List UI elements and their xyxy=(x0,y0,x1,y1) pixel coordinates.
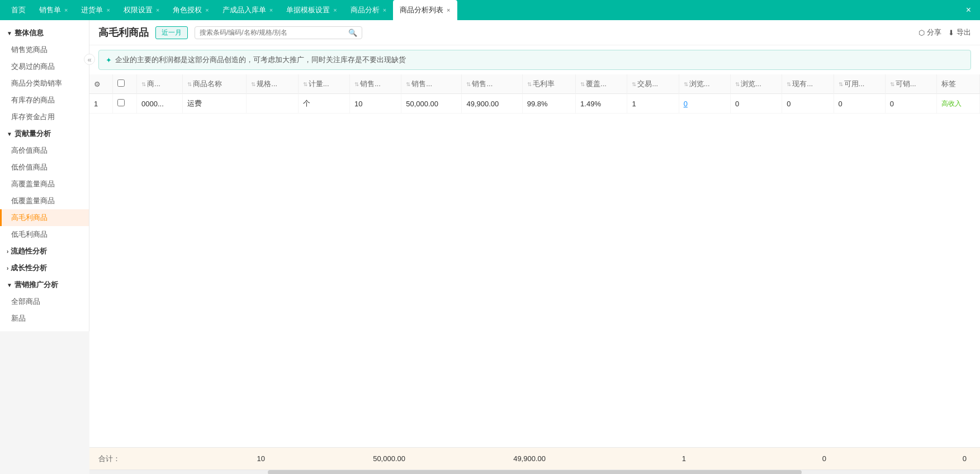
sidebar-item-category-rate[interactable]: 商品分类助销率 xyxy=(0,75,89,92)
expand-icon: ▼ xyxy=(7,282,12,288)
table-container: ⚙ ⇅商... ⇅商品名称 ⇅规格... ⇅计量... ⇅销售... ⇅销售..… xyxy=(89,74,980,447)
nav-product-analysis[interactable]: 商品分析 × xyxy=(344,0,393,20)
header-actions: ⬡ 分享 ⬇ 导出 xyxy=(919,27,971,37)
cell-index: 1 xyxy=(89,94,112,114)
sort-icon: ⇅ xyxy=(839,81,843,87)
close-icon[interactable]: × xyxy=(205,7,209,13)
col-name[interactable]: ⇅商品名称 xyxy=(183,74,247,94)
sidebar-item-traded[interactable]: 交易过的商品 xyxy=(0,58,89,75)
close-icon[interactable]: × xyxy=(269,7,273,13)
nav-purchase[interactable]: 进货单 × xyxy=(74,0,116,20)
col-coverage[interactable]: ⇅覆盖... xyxy=(576,74,627,94)
close-icon[interactable]: × xyxy=(447,7,450,13)
col-spec[interactable]: ⇅规格... xyxy=(247,74,298,94)
col-available[interactable]: ⇅可用... xyxy=(834,74,885,94)
col-sale-amount[interactable]: ⇅销售... xyxy=(401,74,462,94)
nav-role[interactable]: 角色授权 × xyxy=(166,0,215,20)
close-icon[interactable]: × xyxy=(383,7,386,13)
footer-sale-profit: 49,900.00 xyxy=(410,454,550,463)
sort-icon: ⇅ xyxy=(303,81,307,87)
close-icon[interactable]: × xyxy=(64,7,68,13)
cell-trade: 1 xyxy=(627,94,679,114)
footer-salable: 0 xyxy=(831,454,971,463)
sidebar-item-high-coverage[interactable]: 高覆盖量商品 xyxy=(0,176,89,193)
share-button[interactable]: ⬡ 分享 xyxy=(919,27,941,37)
content-area: 高毛利商品 近一月 🔍 ⬡ 分享 ⬇ 导出 ✦ 企业的主要的利润都是这部分商品创… xyxy=(89,20,980,474)
sort-icon: ⇅ xyxy=(787,81,791,87)
row-checkbox[interactable] xyxy=(117,99,125,106)
sidebar-item-low-coverage[interactable]: 低覆盖量商品 xyxy=(0,193,89,209)
sort-icon: ⇅ xyxy=(466,81,471,87)
sidebar-item-high-value[interactable]: 高价值商品 xyxy=(0,142,89,159)
col-tag[interactable]: 标签 xyxy=(937,74,980,94)
close-icon[interactable]: × xyxy=(156,7,159,13)
scrollbar-thumb[interactable] xyxy=(268,470,802,474)
col-gross-margin[interactable]: ⇅毛利率 xyxy=(522,74,575,94)
close-icon[interactable]: × xyxy=(333,7,337,13)
info-banner: ✦ 企业的主要的利润都是这部分商品创造的，可考虑加大推广，同时关注库存是不要出现… xyxy=(98,50,971,70)
cell-checkbox xyxy=(112,94,136,114)
cell-tag: 高收入 xyxy=(937,94,980,114)
sidebar-group-trend[interactable]: › 流趋性分析 xyxy=(0,243,89,260)
sidebar-item-in-stock[interactable]: 有库存的商品 xyxy=(0,92,89,109)
sidebar-group-contribution[interactable]: ▼ 贡献量分析 xyxy=(0,125,89,142)
filter-month-button[interactable]: 近一月 xyxy=(155,26,188,39)
search-input[interactable] xyxy=(200,29,348,36)
cell-available: 0 xyxy=(834,94,885,114)
col-checkbox xyxy=(112,74,136,94)
content-header: 高毛利商品 近一月 🔍 ⬡ 分享 ⬇ 导出 xyxy=(89,20,980,45)
sidebar-item-sales-overview[interactable]: 销售览商品 xyxy=(0,41,89,58)
nav-template[interactable]: 单据模板设置 × xyxy=(280,0,343,20)
nav-permission[interactable]: 权限设置 × xyxy=(117,0,166,20)
sidebar-group-overview[interactable]: ▼ 整体信息 xyxy=(0,25,89,41)
expand-icon: ▼ xyxy=(7,131,12,137)
col-settings[interactable]: ⚙ xyxy=(89,74,112,94)
cell-salable: 0 xyxy=(885,94,936,114)
nav-home[interactable]: 首页 xyxy=(4,0,32,20)
sort-icon: ⇅ xyxy=(251,81,255,87)
footer-trade: 1 xyxy=(550,454,690,463)
sidebar-group-marketing[interactable]: ▼ 营销推广分析 xyxy=(0,276,89,293)
select-all-checkbox[interactable] xyxy=(117,79,125,87)
horizontal-scrollbar[interactable] xyxy=(89,470,980,474)
nav-product-inbound[interactable]: 产成品入库单 × xyxy=(216,0,280,20)
sidebar-item-stock-fund[interactable]: 库存资金占用 xyxy=(0,109,89,125)
main-layout: ▼ 整体信息 销售览商品 交易过的商品 商品分类助销率 有库存的商品 库存资金占… xyxy=(0,20,980,474)
sidebar-item-new-products[interactable]: 新品 xyxy=(0,310,89,327)
col-salable[interactable]: ⇅可销... xyxy=(885,74,936,94)
info-icon: ✦ xyxy=(106,56,112,64)
nav-sales[interactable]: 销售单 × xyxy=(32,0,74,20)
col-trade[interactable]: ⇅交易... xyxy=(627,74,679,94)
cell-current-stock: 0 xyxy=(782,94,834,114)
sort-icon: ⇅ xyxy=(632,81,636,87)
search-icon[interactable]: 🔍 xyxy=(348,29,357,37)
nav-product-analysis-list[interactable]: 商品分析列表 × xyxy=(393,0,457,20)
cell-unit: 个 xyxy=(298,94,349,114)
col-browse2[interactable]: ⇅浏览... xyxy=(730,74,782,94)
col-sale-qty[interactable]: ⇅销售... xyxy=(349,74,401,94)
sort-icon: ⇅ xyxy=(735,81,740,87)
sidebar-collapse-button[interactable]: « xyxy=(84,54,95,65)
data-table: ⚙ ⇅商... ⇅商品名称 ⇅规格... ⇅计量... ⇅销售... ⇅销售..… xyxy=(89,74,980,114)
col-unit[interactable]: ⇅计量... xyxy=(298,74,349,94)
col-browse1[interactable]: ⇅浏览... xyxy=(679,74,730,94)
sort-icon: ⇅ xyxy=(406,81,410,87)
share-icon: ⬡ xyxy=(919,29,925,37)
sort-icon: ⇅ xyxy=(890,81,894,87)
cell-browse1[interactable]: 0 xyxy=(679,94,730,114)
sidebar-item-high-margin[interactable]: 高毛利商品 xyxy=(0,209,89,226)
expand-icon: › xyxy=(7,265,8,271)
col-code[interactable]: ⇅商... xyxy=(137,74,183,94)
sidebar-group-growth[interactable]: › 成长性分析 xyxy=(0,260,89,276)
table-header-row: ⚙ ⇅商... ⇅商品名称 ⇅规格... ⇅计量... ⇅销售... ⇅销售..… xyxy=(89,74,980,94)
sidebar-item-all-products[interactable]: 全部商品 xyxy=(0,293,89,310)
sort-icon: ⇅ xyxy=(187,81,192,87)
close-icon[interactable]: × xyxy=(106,7,110,13)
cell-spec xyxy=(247,94,298,114)
sidebar-item-low-value[interactable]: 低价值商品 xyxy=(0,159,89,176)
close-all-button[interactable]: × xyxy=(962,5,976,15)
export-button[interactable]: ⬇ 导出 xyxy=(948,27,971,37)
sidebar-item-low-margin[interactable]: 低毛利商品 xyxy=(0,226,89,243)
col-sale-profit[interactable]: ⇅销售... xyxy=(462,74,522,94)
col-current-stock[interactable]: ⇅现有... xyxy=(782,74,834,94)
